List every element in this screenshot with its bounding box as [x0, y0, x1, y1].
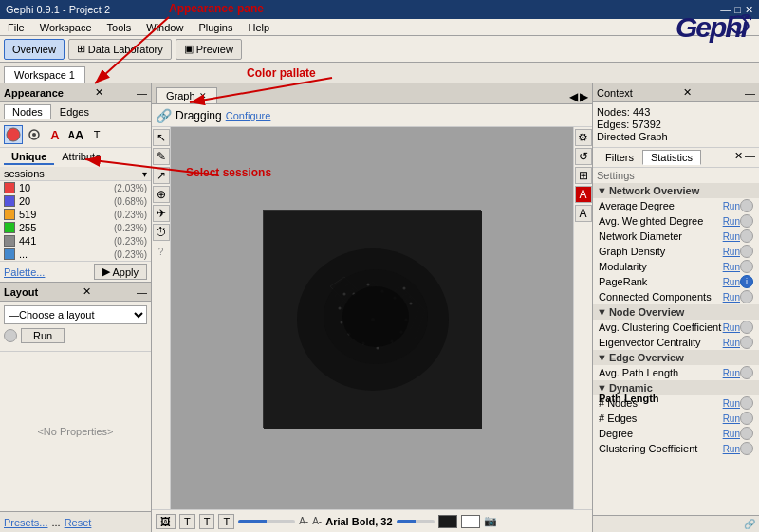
zoom-tool[interactable]: ✈ — [153, 205, 170, 222]
indicator-avg-degree[interactable] — [740, 199, 753, 212]
graph-tab[interactable]: Graph ✕ — [156, 87, 217, 103]
indicator-connected[interactable] — [740, 290, 753, 303]
right-status-link[interactable]: 🔗 — [744, 519, 755, 529]
arrow-tool[interactable]: ↗ — [153, 167, 170, 184]
filters-tab[interactable]: Filters — [597, 150, 642, 165]
run-graph-density[interactable]: Run — [723, 247, 740, 257]
menu-window[interactable]: Window — [142, 21, 187, 34]
menu-file[interactable]: File — [4, 21, 28, 34]
tab-next-btn[interactable]: ▶ — [580, 90, 588, 103]
refresh-tool[interactable]: ↺ — [575, 148, 592, 165]
indicator-clustering[interactable] — [740, 321, 753, 334]
indicator-avg-weighted[interactable] — [740, 214, 753, 228]
configure-link[interactable]: Configure — [226, 110, 271, 121]
run-eigenvector[interactable]: Run — [723, 338, 740, 348]
run-clustering[interactable]: Run — [723, 322, 740, 333]
indicator-pagerank-info[interactable]: i — [740, 275, 753, 288]
data-laboratory-tab[interactable]: ⊞ Data Laboratory — [68, 39, 172, 60]
graph-tab-close[interactable]: ✕ — [199, 91, 207, 101]
layout-select[interactable]: —Choose a layout — [4, 305, 147, 324]
stats-close-btn[interactable]: ✕ — [734, 150, 743, 165]
unique-tab[interactable]: Unique — [4, 150, 54, 165]
edges-tab[interactable]: Edges — [51, 104, 98, 119]
run-avg-weighted[interactable]: Run — [723, 216, 740, 227]
text-tool[interactable]: A — [575, 205, 592, 222]
indicator-path-length[interactable] — [740, 366, 753, 379]
indicator-graph-density[interactable] — [740, 245, 753, 258]
nodes-tab[interactable]: Nodes — [4, 104, 51, 119]
attribute-tab[interactable]: Attribute — [54, 150, 108, 165]
lasso-tool[interactable]: ⊕ — [153, 186, 170, 203]
run-indicator[interactable] — [4, 329, 17, 342]
grid-tool[interactable]: ⊞ — [575, 167, 592, 184]
cursor-tool[interactable]: ↖ — [153, 129, 170, 146]
label-color-btn[interactable]: A — [46, 125, 65, 144]
text-toggle-btn[interactable]: T — [179, 514, 195, 529]
node-color-swatch[interactable] — [438, 515, 457, 528]
indicator-edges-dyn[interactable] — [740, 412, 753, 425]
indicator-nodes-dyn[interactable] — [740, 396, 753, 410]
reset-link[interactable]: Reset — [65, 517, 92, 528]
layout-close-btn[interactable]: ✕ — [83, 285, 91, 298]
graph-font-btn[interactable]: 🖼 — [156, 514, 176, 529]
size-icon-btn[interactable] — [25, 125, 44, 144]
shape-btn[interactable]: T — [87, 125, 106, 144]
context-close-btn[interactable]: ✕ — [683, 86, 692, 99]
run-clustering-dyn[interactable]: Run — [723, 444, 740, 454]
indicator-clustering-dyn[interactable] — [740, 442, 753, 455]
preview-tab[interactable]: ▣ Preview — [176, 39, 242, 60]
more-tools-btn[interactable]: ? — [153, 243, 170, 260]
session-item[interactable]: 519 (0.23%) — [0, 208, 151, 221]
graph-canvas[interactable] — [171, 127, 573, 509]
label-color-swatch[interactable] — [461, 515, 480, 528]
stats-minimize-btn[interactable]: — — [745, 150, 755, 165]
pencil-tool[interactable]: ✎ — [153, 148, 170, 165]
sessions-list: 10 (2.03%) 20 (0.68%) 519 (0.23%) 255 (0… — [0, 181, 151, 261]
palette-link[interactable]: Palette... — [4, 266, 45, 278]
run-modularity[interactable]: Run — [723, 262, 740, 272]
statistics-tab[interactable]: Statistics — [642, 150, 701, 165]
indicator-modularity[interactable] — [740, 260, 753, 273]
session-item[interactable]: 441 (0.23%) — [0, 234, 151, 248]
size-slider[interactable] — [238, 520, 295, 523]
appearance-minimize-btn[interactable]: — — [137, 87, 147, 99]
run-avg-degree[interactable]: Run — [723, 201, 740, 211]
session-item[interactable]: 255 (0.23%) — [0, 221, 151, 234]
menu-help[interactable]: Help — [244, 21, 273, 34]
font-size-btn[interactable]: T — [199, 514, 215, 529]
run-degree-dyn[interactable]: Run — [723, 429, 740, 439]
layout-minimize-btn[interactable]: — — [137, 286, 147, 298]
session-item[interactable]: 20 (0.68%) — [0, 194, 151, 208]
color-tool[interactable]: A — [575, 186, 592, 203]
indicator-net-diameter[interactable] — [740, 229, 753, 243]
label-slider[interactable] — [397, 520, 435, 523]
apply-button[interactable]: ▶ Apply — [94, 264, 147, 280]
menu-plugins[interactable]: Plugins — [194, 21, 236, 34]
settings-tool[interactable]: ⚙ — [575, 129, 592, 146]
session-item[interactable]: 10 (2.03%) — [0, 181, 151, 194]
context-minimize-btn[interactable]: — — [745, 87, 755, 99]
menu-tools[interactable]: Tools — [103, 21, 136, 34]
run-nodes-dyn[interactable]: Run — [723, 398, 740, 409]
run-net-diameter[interactable]: Run — [723, 231, 740, 242]
workspace-tab-1[interactable]: Workspace 1 — [4, 66, 85, 83]
color-icon-btn[interactable] — [4, 125, 23, 144]
screenshot-btn[interactable]: 📷 — [484, 515, 497, 527]
run-path-length[interactable]: Run — [723, 368, 740, 378]
timeline-tool[interactable]: ⏱ — [153, 224, 170, 241]
run-connected[interactable]: Run — [723, 292, 740, 303]
label-font-btn[interactable]: T — [218, 514, 234, 529]
menu-workspace[interactable]: Workspace — [36, 21, 96, 34]
indicator-degree-dyn[interactable] — [740, 427, 753, 440]
presets-link[interactable]: Presets... — [4, 517, 47, 528]
appearance-close-btn[interactable]: ✕ — [95, 86, 103, 99]
session-item[interactable]: ... (0.23%) — [0, 248, 151, 261]
run-edges-dyn[interactable]: Run — [723, 413, 740, 424]
run-button[interactable]: Run — [21, 328, 65, 343]
indicator-eigenvector[interactable] — [740, 336, 753, 349]
run-pagerank[interactable]: Run — [723, 277, 740, 287]
overview-tab[interactable]: Overview — [4, 39, 65, 60]
sessions-dropdown[interactable]: ▾ — [142, 169, 147, 179]
label-size-btn[interactable]: AA — [66, 125, 85, 144]
tab-prev-btn[interactable]: ◀ — [569, 90, 578, 103]
